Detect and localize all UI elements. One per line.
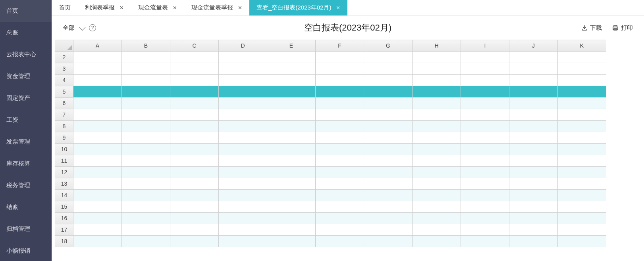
cell[interactable] bbox=[461, 224, 509, 236]
cell[interactable] bbox=[267, 155, 316, 167]
cell[interactable] bbox=[219, 213, 267, 224]
cell[interactable] bbox=[170, 144, 219, 155]
cell[interactable] bbox=[413, 155, 461, 167]
cell[interactable] bbox=[316, 109, 364, 121]
sidebar-item-closing[interactable]: 结账 bbox=[0, 196, 52, 218]
cell[interactable] bbox=[461, 167, 509, 178]
cell[interactable] bbox=[509, 224, 558, 236]
cell[interactable] bbox=[122, 201, 170, 213]
cell[interactable] bbox=[509, 144, 558, 155]
cell[interactable] bbox=[509, 190, 558, 201]
cell[interactable] bbox=[509, 213, 558, 224]
close-icon[interactable]: ✕ bbox=[238, 5, 242, 11]
cell[interactable] bbox=[558, 52, 606, 63]
cell[interactable] bbox=[267, 121, 316, 132]
cell[interactable] bbox=[219, 86, 267, 98]
cell[interactable] bbox=[219, 132, 267, 144]
cell[interactable] bbox=[73, 86, 122, 98]
cell[interactable] bbox=[558, 224, 606, 236]
cell[interactable] bbox=[364, 144, 413, 155]
row-header[interactable]: 18 bbox=[55, 236, 73, 247]
cell[interactable] bbox=[558, 86, 606, 98]
cell[interactable] bbox=[122, 190, 170, 201]
cell[interactable] bbox=[122, 121, 170, 132]
cell[interactable] bbox=[170, 52, 219, 63]
cell[interactable] bbox=[558, 167, 606, 178]
cell[interactable] bbox=[170, 201, 219, 213]
cell[interactable] bbox=[170, 121, 219, 132]
close-icon[interactable]: ✕ bbox=[336, 5, 340, 11]
column-header[interactable]: D bbox=[219, 40, 267, 52]
cell[interactable] bbox=[413, 98, 461, 109]
column-header[interactable]: B bbox=[122, 40, 170, 52]
cell[interactable] bbox=[170, 236, 219, 247]
cell[interactable] bbox=[267, 224, 316, 236]
row-header[interactable]: 2 bbox=[55, 52, 73, 63]
sidebar-item-fund-management[interactable]: 资金管理 bbox=[0, 65, 52, 87]
cell[interactable] bbox=[316, 224, 364, 236]
cell[interactable] bbox=[413, 178, 461, 190]
cell[interactable] bbox=[267, 52, 316, 63]
cell[interactable] bbox=[461, 144, 509, 155]
cell[interactable] bbox=[364, 155, 413, 167]
cell[interactable] bbox=[461, 63, 509, 75]
sidebar-item-xiaochang-expense[interactable]: 小畅报销 bbox=[0, 240, 52, 261]
column-header[interactable]: C bbox=[170, 40, 219, 52]
cell[interactable] bbox=[364, 86, 413, 98]
cell[interactable] bbox=[73, 98, 122, 109]
cell[interactable] bbox=[413, 52, 461, 63]
cell[interactable] bbox=[509, 121, 558, 132]
cell[interactable] bbox=[558, 155, 606, 167]
cell[interactable] bbox=[413, 224, 461, 236]
cell[interactable] bbox=[364, 132, 413, 144]
cell[interactable] bbox=[413, 213, 461, 224]
cell[interactable] bbox=[267, 132, 316, 144]
cell[interactable] bbox=[509, 75, 558, 86]
cell[interactable] bbox=[122, 167, 170, 178]
row-header[interactable]: 17 bbox=[55, 224, 73, 236]
cell[interactable] bbox=[364, 109, 413, 121]
cell[interactable] bbox=[316, 98, 364, 109]
cell[interactable] bbox=[267, 63, 316, 75]
sidebar-item-archive-management[interactable]: 归档管理 bbox=[0, 218, 52, 240]
sidebar-item-inventory-accounting[interactable]: 库存核算 bbox=[0, 153, 52, 175]
cell[interactable] bbox=[316, 155, 364, 167]
cell[interactable] bbox=[509, 167, 558, 178]
sidebar-item-invoice-management[interactable]: 发票管理 bbox=[0, 131, 52, 153]
cell[interactable] bbox=[73, 190, 122, 201]
row-header[interactable]: 4 bbox=[55, 75, 73, 86]
cell[interactable] bbox=[316, 178, 364, 190]
cell[interactable] bbox=[122, 63, 170, 75]
cell[interactable] bbox=[558, 236, 606, 247]
cell[interactable] bbox=[316, 121, 364, 132]
cell[interactable] bbox=[219, 190, 267, 201]
cell[interactable] bbox=[364, 236, 413, 247]
tab-view-blank-report[interactable]: 查看_空白报表(2023年02月) ✕ bbox=[249, 0, 347, 15]
row-header[interactable]: 3 bbox=[55, 63, 73, 75]
cell[interactable] bbox=[558, 109, 606, 121]
cell[interactable] bbox=[122, 86, 170, 98]
cell[interactable] bbox=[170, 190, 219, 201]
row-header[interactable]: 13 bbox=[55, 178, 73, 190]
cell[interactable] bbox=[461, 155, 509, 167]
cell[interactable] bbox=[122, 109, 170, 121]
cell[interactable] bbox=[73, 155, 122, 167]
cell[interactable] bbox=[267, 109, 316, 121]
sidebar-item-tax-management[interactable]: 税务管理 bbox=[0, 175, 52, 196]
cell[interactable] bbox=[558, 132, 606, 144]
cell[interactable] bbox=[316, 236, 364, 247]
cell[interactable] bbox=[364, 52, 413, 63]
cell[interactable] bbox=[170, 86, 219, 98]
row-header[interactable]: 12 bbox=[55, 167, 73, 178]
row-header[interactable]: 7 bbox=[55, 109, 73, 121]
cell[interactable] bbox=[316, 201, 364, 213]
column-header[interactable]: E bbox=[267, 40, 316, 52]
cell[interactable] bbox=[170, 63, 219, 75]
print-button[interactable]: 打印 bbox=[612, 24, 633, 32]
cell[interactable] bbox=[413, 167, 461, 178]
cell[interactable] bbox=[461, 178, 509, 190]
cell[interactable] bbox=[413, 121, 461, 132]
cell[interactable] bbox=[558, 75, 606, 86]
sidebar-item-salary[interactable]: 工资 bbox=[0, 109, 52, 131]
cell[interactable] bbox=[122, 144, 170, 155]
